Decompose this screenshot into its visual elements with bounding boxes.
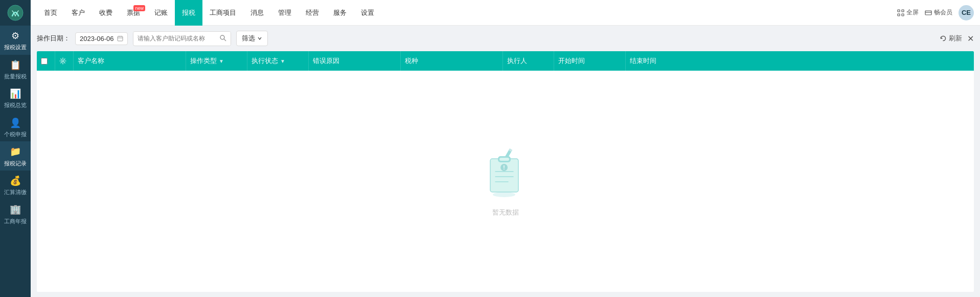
nav-industrial[interactable]: 工商项目 [202, 0, 243, 26]
nav-service[interactable]: 服务 [326, 0, 354, 26]
content: 操作日期： 2023-06-06 [31, 26, 980, 297]
svg-text:!: ! [503, 165, 505, 171]
fullscreen-button[interactable]: 全屏 [897, 8, 919, 17]
new-badge: new [133, 5, 145, 12]
sidebar-item-annual-report[interactable]: 🏢 工商年报 [0, 199, 31, 228]
th-checkbox[interactable] [37, 51, 55, 71]
sidebar-item-tax-record-label: 报税记录 [4, 160, 27, 167]
toolbar-right: 刷新 ✕ [940, 34, 974, 44]
tax-summary-icon: 📊 [10, 88, 21, 100]
svg-rect-4 [902, 14, 904, 16]
th-customer-name: 客户名称 [74, 51, 186, 71]
sidebar-item-batch-tax-label: 批量报税 [4, 73, 27, 80]
sort-icon-operation: ▼ [219, 58, 224, 64]
svg-rect-3 [898, 14, 900, 16]
chevron-down-icon [257, 36, 262, 41]
nav-invoice[interactable]: 票据 new [120, 0, 147, 26]
sidebar-item-tax-record[interactable]: 📁 报税记录 [0, 141, 31, 171]
sidebar-item-tax-summary-label: 报税总览 [4, 101, 27, 109]
sidebar-item-tax-settings[interactable]: ⚙ 报税设置 [0, 26, 31, 55]
main-area: 首页 客户 收费 票据 new 记账 报税 工商项目 消息 [31, 0, 980, 297]
nav-tax[interactable]: 报税 [175, 0, 202, 26]
sidebar: ⚙ 报税设置 📋 批量报税 📊 报税总览 👤 个税申报 📁 报税记录 💰 汇算清… [0, 0, 31, 297]
svg-rect-7 [118, 36, 123, 41]
svg-point-25 [493, 192, 515, 197]
member-icon [925, 9, 932, 16]
table-body: ! 暂无数据 [37, 71, 974, 292]
sidebar-item-personal-tax-label: 个税申报 [4, 131, 27, 138]
calendar-icon [117, 35, 123, 41]
close-button[interactable]: ✕ [967, 34, 974, 44]
settings-icon [59, 57, 66, 65]
nav-message[interactable]: 消息 [243, 0, 271, 26]
filter-label: 筛选 [242, 34, 255, 43]
member-button[interactable]: 畅会员 [925, 8, 952, 17]
navbar-right: 全屏 畅会员 CE [897, 5, 974, 20]
svg-line-12 [224, 39, 226, 41]
svg-point-11 [220, 35, 224, 39]
avatar-text: CE [962, 9, 971, 16]
sidebar-logo [0, 0, 31, 26]
sidebar-item-batch-tax[interactable]: 📋 批量报税 [0, 55, 31, 84]
nav-customer[interactable]: 客户 [64, 0, 92, 26]
sort-icon-status: ▼ [280, 58, 285, 64]
search-icon [219, 34, 226, 41]
th-tax-type: 税种 [401, 51, 503, 71]
search-input[interactable] [133, 32, 215, 45]
sidebar-item-personal-tax[interactable]: 👤 个税申报 [0, 113, 31, 142]
nav-items: 首页 客户 收费 票据 new 记账 报税 工商项目 消息 [37, 0, 897, 26]
th-settings[interactable] [55, 51, 74, 71]
svg-rect-2 [902, 10, 904, 12]
th-error-reason: 错误原因 [309, 51, 401, 71]
nav-collection[interactable]: 收费 [92, 0, 120, 26]
table-wrapper: 客户名称 操作类型 ▼ 执行状态 ▼ 错误原因 税种 执行人 [37, 51, 974, 292]
filter-button[interactable]: 筛选 [236, 31, 268, 46]
refresh-icon [940, 35, 947, 42]
batch-tax-icon: 📋 [10, 59, 21, 72]
sidebar-item-tax-summary[interactable]: 📊 报税总览 [0, 83, 31, 113]
th-start-time: 开始时间 [554, 51, 626, 71]
nav-home[interactable]: 首页 [37, 0, 64, 26]
th-end-time: 结束时间 [626, 51, 697, 71]
th-executor: 执行人 [503, 51, 554, 71]
navbar: 首页 客户 收费 票据 new 记账 报税 工商项目 消息 [31, 0, 980, 26]
svg-rect-17 [490, 159, 518, 192]
empty-svg: ! [480, 146, 531, 202]
tax-record-icon: 📁 [10, 145, 21, 158]
sidebar-item-calc-pay[interactable]: 💰 汇算清缴 [0, 171, 31, 200]
nav-account[interactable]: 记账 [147, 0, 175, 26]
svg-rect-1 [898, 10, 900, 12]
select-all-checkbox[interactable] [41, 58, 48, 65]
tax-settings-icon: ⚙ [11, 30, 19, 43]
date-picker[interactable]: 2023-06-06 [75, 32, 128, 45]
member-label: 畅会员 [934, 8, 952, 17]
sidebar-item-annual-report-label: 工商年报 [4, 218, 27, 225]
svg-rect-19 [499, 158, 509, 161]
search-button[interactable] [215, 32, 231, 46]
svg-rect-5 [925, 11, 931, 15]
date-label: 操作日期： [37, 34, 70, 43]
sidebar-item-tax-settings-label: 报税设置 [4, 44, 27, 51]
nav-operation[interactable]: 经营 [299, 0, 326, 26]
calc-pay-icon: 💰 [10, 175, 21, 187]
annual-report-icon: 🏢 [10, 203, 21, 216]
th-exec-status[interactable]: 执行状态 ▼ [247, 51, 309, 71]
nav-settings[interactable]: 设置 [354, 0, 381, 26]
refresh-label: 刷新 [949, 34, 962, 43]
sidebar-item-calc-pay-label: 汇算清缴 [4, 188, 27, 196]
fullscreen-icon [897, 9, 904, 16]
table-header: 客户名称 操作类型 ▼ 执行状态 ▼ 错误原因 税种 执行人 [37, 51, 974, 71]
empty-illustration: ! [480, 146, 531, 204]
avatar[interactable]: CE [959, 5, 974, 20]
refresh-button[interactable]: 刷新 [940, 34, 962, 43]
date-value: 2023-06-06 [80, 35, 114, 43]
personal-tax-icon: 👤 [10, 117, 21, 130]
th-operation-type[interactable]: 操作类型 ▼ [186, 51, 247, 71]
fullscreen-label: 全屏 [906, 8, 919, 17]
svg-point-13 [62, 60, 64, 62]
nav-management[interactable]: 管理 [271, 0, 299, 26]
empty-text: 暂无数据 [492, 208, 519, 217]
toolbar: 操作日期： 2023-06-06 [37, 31, 974, 46]
search-box [133, 31, 231, 46]
